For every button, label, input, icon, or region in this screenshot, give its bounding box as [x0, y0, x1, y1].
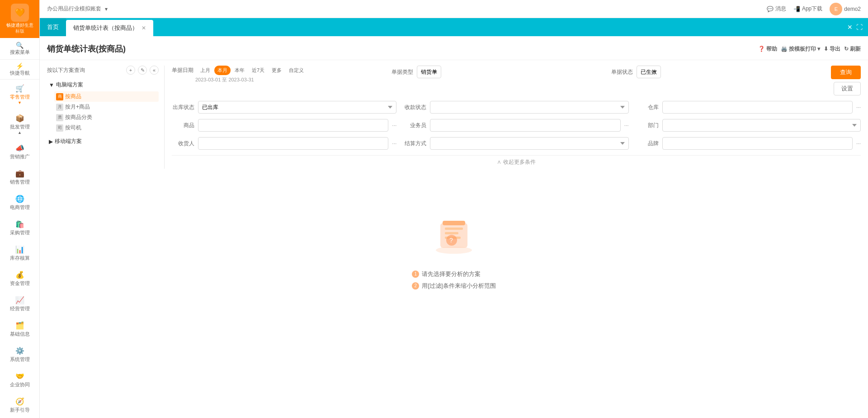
tree-node-mobile[interactable]: ▶ 移动端方案 [47, 135, 159, 148]
salesperson-input[interactable] [430, 119, 620, 132]
quick-nav[interactable]: ⚡ 快捷导航 [0, 60, 39, 80]
filter-department: 部门 [636, 119, 861, 132]
sidebar-item-sales[interactable]: 💼 销售管理 [0, 165, 39, 190]
tree-expand-icon: ▼ [49, 82, 54, 88]
brand-input[interactable] [662, 137, 853, 150]
filter-panel: 按以下方案查询 + ✎ « [47, 66, 861, 169]
filter-row-3: 商品 ··· 业务员 ··· [172, 119, 861, 132]
message-button[interactable]: 💬 消息 [767, 5, 786, 13]
date-btn-custom[interactable]: 自定义 [286, 66, 307, 75]
filter-row-4: 收货人 ··· 结算方式 [172, 137, 861, 150]
retail-label: 零售管理 [10, 94, 30, 100]
settings-button[interactable]: 设置 [834, 82, 861, 95]
warehouse-status-select[interactable]: 已出库 [198, 101, 396, 114]
tree-child-by-product[interactable]: 商 按商品 [54, 91, 159, 102]
sidebar-item-system[interactable]: ⚙️ 系统管理 [0, 342, 39, 367]
topbar-breadcrumb-area: 办公用品行业模拟账套 ▾ [47, 5, 108, 13]
retail-icon: 🛒 [15, 84, 24, 93]
sidebar-item-marketing[interactable]: 📣 营销推广 [0, 139, 39, 165]
app-logo[interactable]: 🧡 畅捷通好生意 标版 [0, 0, 39, 38]
product-more[interactable]: ··· [392, 122, 396, 128]
help-action[interactable]: ❓ 帮助 [758, 45, 777, 53]
sidebar-item-finance[interactable]: 💰 资金管理 [0, 266, 39, 291]
guide-label: 新手引导 [10, 407, 30, 413]
tab-sales-stat[interactable]: 销货单统计表（按商品） ✕ [66, 20, 153, 36]
filter-warehouse-status: 出库状态 已出库 [172, 101, 396, 114]
filter-payment-status: 收款状态 [404, 101, 628, 114]
base-icon: 🗂️ [15, 321, 24, 330]
user-profile[interactable]: E demo2 [830, 3, 861, 15]
tip-row-1: 1 请先选择要分析的方案 [412, 268, 495, 280]
sidebar-item-retail[interactable]: 🛒 零售管理 ▼ [0, 80, 39, 109]
salesperson-more[interactable]: ··· [624, 122, 629, 128]
child-label-driver: 按司机 [65, 124, 81, 132]
tree-node-desktop-text: 电脑端方案 [56, 81, 83, 89]
tip-text-2: 用[过滤]条件来缩小分析范围 [422, 280, 495, 292]
sidebar-item-wholesale[interactable]: 📦 批发管理 ▲ [0, 109, 39, 139]
payment-status-select[interactable] [430, 101, 628, 114]
sidebar-item-purchase[interactable]: 🛍️ 采购管理 [0, 215, 39, 241]
print-icon: 🖨️ [781, 46, 788, 52]
tabbar-maximize-icon[interactable]: ⛶ [856, 24, 863, 31]
date-btn-lastmonth[interactable]: 上月 [197, 66, 213, 75]
inventory-label: 库存核算 [10, 255, 30, 261]
recipient-more[interactable]: ··· [392, 140, 396, 147]
tab-home[interactable]: 首页 [40, 18, 66, 36]
date-btn-more[interactable]: 更多 [269, 66, 285, 75]
doc-status-select[interactable]: 已生效 [637, 66, 661, 78]
filter-docstatus: 单据状态 已生效 [611, 66, 826, 78]
query-button[interactable]: 查询 [831, 66, 861, 79]
date-btn-thismonth[interactable]: 本月 [214, 66, 231, 75]
search-menu[interactable]: 🔍 搜索菜单 [0, 38, 39, 60]
solution-add-btn[interactable]: + [126, 66, 135, 75]
tree-child-by-month[interactable]: 月 按月+商品 [54, 102, 159, 112]
inventory-icon: 📊 [15, 245, 24, 254]
department-select[interactable] [662, 119, 861, 132]
doc-type-label: 单据类型 [392, 68, 413, 76]
sidebar-item-operations[interactable]: 📈 经营管理 [0, 291, 39, 317]
product-input[interactable] [198, 119, 388, 132]
warehouse-input[interactable] [662, 101, 853, 114]
sales-icon: 💼 [15, 169, 24, 178]
date-btn-thisyear[interactable]: 本年 [231, 66, 248, 75]
filter-salesperson: 业务员 ··· [404, 119, 628, 132]
tree-child-by-category[interactable]: 类 按商品分类 [54, 112, 159, 123]
sidebar-item-enterprise[interactable]: 🤝 企业协同 [0, 367, 39, 393]
sidebar-item-inventory[interactable]: 📊 库存核算 [0, 241, 39, 266]
refresh-action[interactable]: ↻ 刷新 [844, 45, 861, 53]
tab-close-button[interactable]: ✕ [142, 25, 146, 31]
warehouse-more[interactable]: ··· [856, 104, 861, 110]
tab-sales-stat-label: 销货单统计表（按商品） [73, 24, 138, 32]
recipient-control: ··· [198, 137, 396, 150]
settlement-select[interactable] [430, 137, 628, 150]
solution-tree: ▼ 电脑端方案 商 按商品 月 按月+商品 [47, 78, 159, 148]
tree-child-by-driver[interactable]: 司 按司机 [54, 123, 159, 133]
operations-label: 经营管理 [10, 305, 30, 312]
solution-collapse-btn[interactable]: « [150, 66, 159, 75]
child-label-product: 按商品 [65, 93, 81, 100]
print-action[interactable]: 🖨️ 按模板打印 ▾ [781, 45, 820, 53]
solution-edit-btn[interactable]: ✎ [138, 66, 147, 75]
date-btn-7days[interactable]: 近7天 [249, 66, 268, 75]
sidebar-item-base[interactable]: 🗂️ 基础信息 [0, 317, 39, 342]
breadcrumb-arrow: ▾ [105, 6, 108, 12]
marketing-label: 营销推广 [10, 153, 30, 160]
warehouse-status-label: 出库状态 [172, 104, 194, 111]
app-download-button[interactable]: 📲 App下载 [793, 5, 822, 13]
system-icon: ⚙️ [15, 347, 24, 355]
ecommerce-label: 电商管理 [10, 204, 30, 211]
sidebar-item-guide[interactable]: 🧭 新手引导 [0, 393, 39, 418]
warehouse-label: 仓库 [636, 104, 659, 111]
doc-type-select[interactable]: 销货单 [417, 66, 441, 78]
export-action[interactable]: ⬇ 导出 [824, 45, 840, 53]
collapse-label: ∧ 收起更多条件 [497, 159, 535, 165]
app-download-label: App下载 [802, 5, 822, 13]
brand-more[interactable]: ··· [856, 140, 861, 147]
sidebar-item-ecommerce[interactable]: 🌐 电商管理 [0, 190, 39, 215]
refresh-icon: ↻ [844, 46, 849, 52]
tree-node-desktop[interactable]: ▼ 电脑端方案 [47, 78, 159, 91]
action-buttons: 查询 设置 [831, 66, 861, 95]
recipient-input[interactable] [198, 137, 388, 150]
collapse-bar[interactable]: ∧ 收起更多条件 [172, 155, 861, 169]
tabbar-close-icon[interactable]: ✕ [847, 24, 853, 31]
